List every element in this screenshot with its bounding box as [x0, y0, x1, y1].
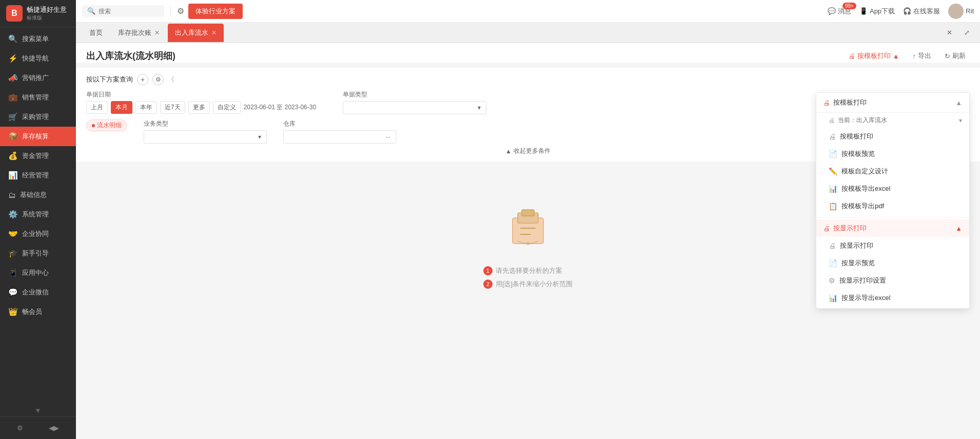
expand-tab-btn[interactable]: ⤢ — [959, 26, 974, 40]
topbar-message[interactable]: 💬 消息 99+ — [828, 7, 851, 16]
search-input[interactable] — [99, 8, 159, 15]
trial-industry-button[interactable]: 体验行业方案 — [188, 4, 243, 19]
template-print-btn[interactable]: 🖨 按模板打印 ▲ — [845, 49, 904, 63]
tag-label: 流水明细 — [97, 121, 122, 130]
tab-flow-close-icon[interactable]: ✕ — [211, 29, 217, 36]
dropdown-display-section-header[interactable]: 🖨 按显示打印 ▲ — [816, 220, 969, 237]
sidebar-item-label: 销售管理 — [22, 93, 49, 102]
empty-steps: 1 请先选择要分析的方案 2 用[选]条件来缩小分析范围 — [483, 264, 573, 291]
date-current-month-btn[interactable]: 本月 — [111, 101, 132, 114]
date-current-year-btn[interactable]: 本年 — [135, 101, 157, 114]
sidebar-item-finance[interactable]: 💰 资金管理 — [0, 146, 76, 166]
display-preview-icon: 📄 — [829, 259, 837, 267]
topbar-online-service[interactable]: 🎧 在线客服 — [903, 7, 940, 16]
sidebar-item-enterprise[interactable]: 🤝 企业协同 — [0, 224, 76, 244]
filter-collapse-btn[interactable]: 《 — [168, 75, 174, 84]
app-download-label: App下载 — [870, 7, 895, 16]
sidebar-item-label: 基础信息 — [20, 190, 47, 199]
active-filter-tag[interactable]: 流水明细 — [86, 119, 127, 131]
sidebar-item-label: 库存核算 — [22, 132, 49, 141]
app-logo-icon: B — [6, 5, 23, 22]
sidebar-item-system[interactable]: ⚙️ 系统管理 — [0, 205, 76, 224]
sidebar-item-sales[interactable]: 💼 销售管理 — [0, 88, 76, 107]
dropdown-item-template-custom[interactable]: ✏️ 模板自定义设计 — [816, 163, 969, 180]
close-all-tab-btn[interactable]: ✕ — [942, 26, 956, 40]
sidebar-bottom: ⚙ ◀▶ — [0, 416, 76, 439]
excel-icon: 📊 — [829, 185, 837, 193]
tab-flow[interactable]: 出入库流水 ✕ — [168, 24, 224, 42]
lightning-icon: ⚡ — [8, 54, 18, 63]
sidebar-item-label: 畅会员 — [22, 307, 42, 316]
sidebar-scroll-down[interactable]: ▼ — [0, 405, 76, 416]
tab-batch[interactable]: 库存批次账 ✕ — [111, 24, 167, 42]
dropdown-item-display-export-pdf[interactable]: 📋 按显示导出pdf — [816, 307, 969, 308]
refresh-btn[interactable]: ↻ 刷新 — [940, 49, 970, 63]
current-label-icon: 🖨 — [829, 117, 835, 124]
speaker-icon: 📣 — [8, 73, 18, 83]
dropdown-item-template-export-pdf[interactable]: 📋 按模板导出pdf — [816, 197, 969, 215]
topbar-gear-icon[interactable]: ⚙ — [177, 6, 184, 16]
tab-batch-close-icon[interactable]: ✕ — [154, 29, 160, 36]
chevron-down3-icon: ▾ — [959, 117, 962, 124]
filter-add-btn[interactable]: + — [137, 74, 148, 85]
sidebar-item-wechat[interactable]: 💬 企业微信 — [0, 283, 76, 302]
dropdown-header: 🖨 按模板打印 ▲ — [816, 93, 969, 113]
date-prev-month-btn[interactable]: 上月 — [86, 101, 108, 114]
sidebar-item-operation[interactable]: 📊 经营管理 — [0, 166, 76, 185]
sidebar-item-shortcut[interactable]: ⚡ 快捷导航 — [0, 49, 76, 68]
sidebar-collapse-btn[interactable]: ◀▶ — [47, 422, 61, 434]
sidebar-item-label: 采购管理 — [22, 112, 49, 122]
message-badge: 99+ — [842, 3, 856, 9]
date-last7-btn[interactable]: 近7天 — [160, 101, 185, 114]
message-icon: 💬 — [828, 7, 836, 15]
sidebar-item-label: 搜索菜单 — [22, 34, 49, 44]
sidebar-item-newbie[interactable]: 🎓 新手引导 — [0, 244, 76, 263]
filter-warehouse-select[interactable]: ··· — [283, 130, 396, 144]
current-label-text: 当前：出入库流水 — [838, 116, 887, 125]
avatar — [948, 4, 964, 19]
filter-business-select[interactable]: ▾ — [144, 130, 267, 144]
template-preview-icon: 📄 — [829, 150, 837, 158]
sidebar-item-label: 新手引导 — [22, 249, 49, 258]
main-area: 🔍 ⚙ 体验行业方案 💬 消息 99+ 📱 App下载 🎧 在线客服 Rit — [76, 0, 980, 439]
step-num-1: 1 — [483, 266, 493, 275]
sidebar-item-search[interactable]: 🔍 搜索菜单 — [0, 29, 76, 49]
filter-gear-btn[interactable]: ⚙ — [152, 74, 164, 85]
filter-doctype-select[interactable]: ▾ — [343, 101, 486, 114]
dropdown-item-template-preview[interactable]: 📄 按模板预览 — [816, 145, 969, 163]
dropdown-item-display-preview[interactable]: 📄 按显示预览 — [816, 254, 969, 272]
topbar-search-box[interactable]: 🔍 — [82, 5, 164, 17]
filter-item-warehouse: 仓库 ··· — [283, 119, 396, 144]
topbar-user[interactable]: Rit — [948, 4, 974, 19]
sidebar-item-member[interactable]: 👑 畅会员 — [0, 302, 76, 322]
tab-home[interactable]: 首页 — [82, 24, 110, 42]
content-area: 出入库流水(流水明细) 🖨 按模板打印 ▲ ↑ 导出 ↻ 刷新 — [76, 43, 980, 439]
folder-icon: 🗂 — [8, 191, 16, 199]
dropdown-item-display-print[interactable]: 🖨 按显示打印 — [816, 237, 969, 254]
sidebar-item-marketing[interactable]: 📣 营销推广 — [0, 68, 76, 88]
dropdown-item-display-export-excel[interactable]: 📊 按显示导出excel — [816, 289, 969, 307]
sidebar-item-basic[interactable]: 🗂 基础信息 — [0, 185, 76, 205]
topbar: 🔍 ⚙ 体验行业方案 💬 消息 99+ 📱 App下载 🎧 在线客服 Rit — [76, 0, 980, 23]
chevron-up4-icon: ▲ — [955, 225, 962, 232]
sidebar-item-label: 经营管理 — [22, 171, 49, 180]
date-more-btn[interactable]: 更多 — [188, 101, 210, 114]
dropdown-item-template-print[interactable]: 🖨 按模板打印 — [816, 128, 969, 145]
tab-flow-label: 出入库流水 — [175, 28, 208, 37]
template-custom-icon: ✏️ — [829, 167, 837, 175]
page-header: 出入库流水(流水明细) 🖨 按模板打印 ▲ ↑ 导出 ↻ 刷新 — [76, 43, 980, 63]
sidebar-item-apps[interactable]: 📱 应用中心 — [0, 263, 76, 283]
dropdown-item-template-export-excel[interactable]: 📊 按模板导出excel — [816, 180, 969, 197]
sidebar-settings-btn[interactable]: ⚙ — [15, 422, 25, 434]
dropdown-item-display-print-settings[interactable]: ⚙ 按显示打印设置 — [816, 272, 969, 289]
collapse-more-label: 收起更多条件 — [514, 147, 551, 155]
sidebar-item-inventory[interactable]: 📦 库存核算 — [0, 127, 76, 146]
filter-item-active-tag: 流水明细 — [86, 119, 127, 131]
cart-icon: 🛒 — [8, 112, 18, 122]
date-custom-btn[interactable]: 自定义 — [213, 101, 241, 114]
topbar-app-download[interactable]: 📱 App下载 — [859, 7, 895, 16]
chat-icon: 💬 — [8, 288, 18, 297]
sidebar-item-purchase[interactable]: 🛒 采购管理 — [0, 107, 76, 127]
filter-item-doctype: 单据类型 ▾ — [343, 90, 486, 114]
export-btn[interactable]: ↑ 导出 — [909, 49, 936, 63]
